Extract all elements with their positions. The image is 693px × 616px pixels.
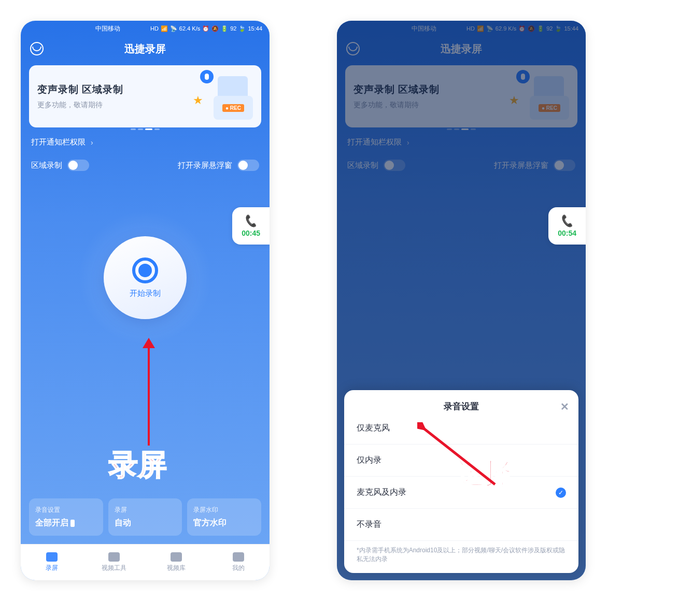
tab-video-tools[interactable]: 视频工具 — [83, 545, 145, 580]
app-title: 迅捷录屏 — [441, 42, 482, 56]
chevron-right-icon: › — [407, 138, 409, 147]
call-duration: 00:54 — [558, 229, 576, 237]
hd-badge: HD — [150, 25, 159, 32]
option-no-audio[interactable]: 不录音 — [344, 509, 578, 541]
annotation-text-select: 选择 — [456, 454, 512, 492]
audio-settings-card[interactable]: 录音设置 全部开启 — [29, 498, 103, 536]
indicator-icon — [70, 520, 75, 527]
banner-subtitle: 更多功能，敬请期待 — [353, 101, 440, 110]
annotation-text-record: 录屏 — [109, 446, 167, 485]
perm-label: 打开通知栏权限 — [31, 137, 86, 147]
phone-illustration: ● REC — [530, 96, 569, 120]
signal-icon: 📶 — [161, 25, 168, 32]
net-speed: 62.9 K/s — [496, 25, 516, 32]
banner-illustration: ★ ● REC — [512, 73, 569, 120]
toggle-label-left: 区域录制 — [347, 161, 378, 170]
net-speed: 62.4 K/s — [179, 25, 200, 32]
banner-title: 变声录制 区域录制 — [37, 83, 123, 96]
card-value: 官方水印 — [193, 518, 255, 528]
battery-pct: 92 — [230, 25, 236, 32]
notification-permission-link[interactable]: 打开通知栏权限 › — [21, 130, 270, 154]
toggle-row: 区域录制 打开录屏悬浮窗 — [21, 154, 270, 174]
camera-icon — [46, 552, 58, 562]
floating-window-toggle-group: 打开录屏悬浮窗 — [178, 160, 259, 171]
option-mic-only[interactable]: 仅麦克风 — [344, 412, 578, 445]
record-mode-card[interactable]: 录屏 自动 — [108, 498, 182, 536]
app-header: 迅捷录屏 — [21, 36, 270, 61]
mic-icon — [516, 70, 530, 83]
card-label: 录屏水印 — [193, 506, 255, 514]
status-icons: HD 📶 📡 62.4 K/s ⏰ 🔕 🔋 92 🍃 15:44 — [150, 25, 262, 32]
sheet-footnote: *内录需手机系统为Android10及以上；部分视频/聊天/会议软件涉及版权或隐… — [344, 541, 578, 566]
toolbox-icon — [108, 552, 120, 562]
record-halo: 开始录制 — [78, 210, 213, 345]
toggle-label-right: 打开录屏悬浮窗 — [178, 161, 232, 170]
wifi-icon: 📡 — [170, 25, 177, 32]
rec-badge: ● REC — [222, 104, 244, 112]
phone-screenshot-left: 中国移动 HD 📶 📡 62.4 K/s ⏰ 🔕 🔋 92 🍃 15:44 迅捷… — [21, 21, 270, 580]
region-record-toggle[interactable] — [67, 160, 89, 171]
annotation-arrow — [148, 347, 150, 446]
sheet-title: 录音设置 ✕ — [344, 400, 578, 412]
status-icons: HD 📶 📡 62.9 K/s ⏰ 🔕 🔋 92 🍃 15:44 — [466, 25, 578, 32]
region-record-toggle[interactable] — [384, 160, 405, 171]
banner-subtitle: 更多功能，敬请期待 — [37, 101, 123, 110]
promo-banner[interactable]: 变声录制 区域录制 更多功能，敬请期待 ★ ● REC — [345, 65, 577, 127]
record-label: 开始录制 — [130, 289, 161, 298]
phone-screenshot-right: 中国移动 HD 📶 📡 62.9 K/s ⏰ 🔕 🔋 92 🍃 15:44 迅捷… — [337, 21, 586, 580]
alarm-icon: ⏰ — [202, 25, 209, 32]
region-record-toggle-group: 区域录制 — [31, 160, 89, 171]
person-icon — [233, 552, 244, 562]
tab-video-library[interactable]: 视频库 — [145, 545, 207, 580]
check-icon: ✓ — [556, 488, 566, 498]
toggle-row: 区域录制 打开录屏悬浮窗 — [337, 154, 586, 174]
wifi-icon: 📡 — [486, 25, 493, 32]
phone-icon: 📞 — [560, 213, 575, 228]
floating-window-toggle[interactable] — [554, 160, 575, 171]
record-icon — [132, 257, 158, 283]
banner-illustration: ★ ● REC — [196, 73, 253, 120]
call-duration: 00:45 — [242, 229, 260, 237]
toggle-label-left: 区域录制 — [31, 161, 62, 170]
folder-icon — [171, 552, 182, 562]
settings-cards-row: 录音设置 全部开启 录屏 自动 录屏水印 官方水印 — [29, 498, 261, 536]
start-record-button[interactable]: 开始录制 — [104, 236, 187, 319]
status-bar: 中国移动 HD 📶 📡 62.4 K/s ⏰ 🔕 🔋 92 🍃 15:44 — [21, 21, 270, 36]
star-icon: ★ — [193, 94, 203, 107]
tab-mine[interactable]: 我的 — [207, 545, 270, 580]
leaf-icon: 🍃 — [555, 25, 562, 32]
banner-title: 变声录制 区域录制 — [353, 83, 440, 96]
chevron-right-icon: › — [91, 138, 93, 147]
notification-permission-link[interactable]: 打开通知栏权限 › — [337, 130, 586, 154]
card-label: 录屏 — [115, 506, 176, 514]
mute-icon: 🔕 — [211, 25, 219, 32]
region-record-toggle-group: 区域录制 — [347, 160, 405, 171]
floating-window-toggle[interactable] — [237, 160, 259, 171]
support-icon[interactable] — [346, 42, 360, 55]
card-label: 录音设置 — [35, 506, 97, 514]
phone-illustration: ● REC — [214, 96, 253, 120]
floating-window-toggle-group: 打开录屏悬浮窗 — [494, 160, 575, 171]
clock: 15:44 — [564, 25, 578, 32]
carrier-label: 中国移动 — [95, 24, 120, 33]
battery-icon: 🔋 — [221, 25, 228, 32]
battery-icon: 🔋 — [537, 25, 544, 32]
carrier-label: 中国移动 — [412, 24, 436, 33]
bottom-tab-bar: 录屏 视频工具 视频库 我的 — [21, 544, 270, 580]
call-timer-chip[interactable]: 📞 00:54 — [548, 207, 586, 245]
perm-label: 打开通知栏权限 — [347, 137, 402, 147]
support-icon[interactable] — [30, 42, 44, 55]
close-icon[interactable]: ✕ — [560, 400, 569, 413]
card-value: 全部开启 — [35, 518, 97, 528]
promo-banner[interactable]: 变声录制 区域录制 更多功能，敬请期待 ★ ● REC — [29, 65, 261, 127]
rec-badge: ● REC — [539, 104, 560, 112]
tab-record[interactable]: 录屏 — [21, 545, 83, 580]
star-icon: ★ — [509, 94, 519, 107]
status-bar: 中国移动 HD 📶 📡 62.9 K/s ⏰ 🔕 🔋 92 🍃 15:44 — [337, 21, 586, 36]
hd-badge: HD — [466, 25, 475, 32]
leaf-icon: 🍃 — [238, 25, 246, 32]
call-timer-chip[interactable]: 📞 00:45 — [232, 207, 270, 245]
clock: 15:44 — [248, 25, 262, 32]
watermark-card[interactable]: 录屏水印 官方水印 — [187, 498, 261, 536]
signal-icon: 📶 — [477, 25, 484, 32]
